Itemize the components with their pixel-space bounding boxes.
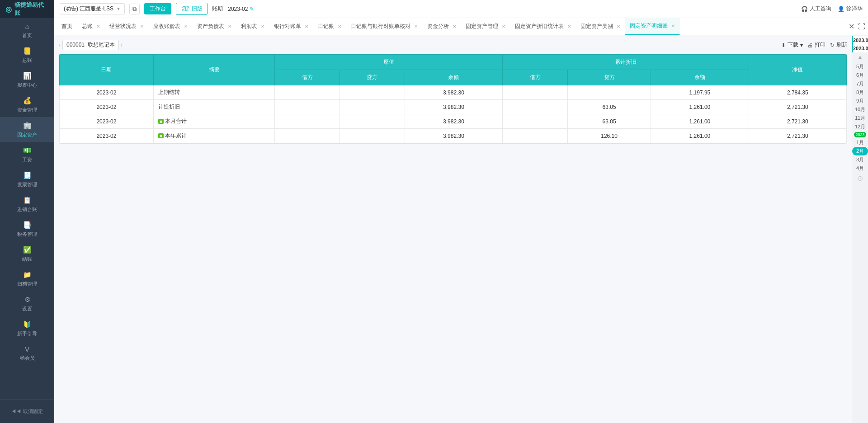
tab-depreciation-stats-close[interactable]: ✕ (567, 24, 571, 29)
cell-orig-balance: 3,982.30 (405, 100, 502, 114)
tab-business-status[interactable]: 经营状况表 ✕ (105, 18, 149, 35)
closing-icon: ✅ (23, 246, 32, 254)
tab-journal-close[interactable]: ✕ (338, 24, 341, 29)
rp-month-6[interactable]: 6月 (852, 71, 868, 80)
rp-month-4[interactable]: 4月 (852, 164, 868, 173)
sidebar-item-label: 税务管理 (17, 231, 37, 238)
close-all-icon[interactable]: ✕ (849, 22, 854, 31)
rp-month-1[interactable]: 1月 (852, 138, 868, 147)
sidebar-item-invoice[interactable]: 🧾 发票管理 (0, 167, 54, 192)
cell-accum-credit: 63.05 (567, 100, 651, 114)
sidebar-item-fixed-assets[interactable]: 🏢 固定资产 (0, 117, 54, 142)
rp-month-3[interactable]: 3月 (852, 155, 868, 164)
company-name: (劝告) 江西服呈-LSS (64, 5, 113, 13)
maximize-icon[interactable]: ⛶ (858, 23, 865, 31)
sidebar-item-archive[interactable]: 📁 归档管理 (0, 266, 54, 291)
rp-month-9[interactable]: 9月 (852, 97, 868, 105)
tab-journal[interactable]: 日记账 ✕ (313, 18, 346, 35)
rp-month-8[interactable]: 8月 (852, 88, 868, 97)
sidebar-item-label: 报表中心 (17, 82, 37, 89)
sidebar-item-guide[interactable]: 🔰 新手引导 (0, 316, 54, 341)
period-edit-icon[interactable]: ✎ (250, 6, 254, 12)
rp-month-12[interactable]: 12月 (852, 122, 868, 131)
rp-month-5[interactable]: 5月 (852, 62, 868, 71)
table-row: 2023-02 ■本月合计 3,982.30 63.05 1,261.00 2,… (60, 114, 847, 129)
cell-accum-balance: 1,261.00 (651, 100, 749, 114)
tab-fixed-mgmt[interactable]: 固定资产管理 ✕ (461, 18, 510, 35)
bc-back-icon[interactable]: ‹ (59, 42, 61, 48)
sidebar: ◎ 畅捷通易代账 ⌂ 首页 📒 总账 📊 报表中心 💰 资金管理 🏢 固定资产 … (0, 0, 54, 423)
tab-fixed-mgmt-label: 固定资产管理 (466, 23, 498, 30)
print-button[interactable]: 🖨 打印 (807, 41, 826, 49)
user-avatar[interactable]: 👤 徐泽华 (838, 5, 863, 13)
cell-date: 2023-02 (60, 100, 154, 114)
rp-month-10[interactable]: 10月 (852, 105, 868, 114)
tab-profit-close[interactable]: ✕ (261, 24, 264, 29)
tab-ar-aging[interactable]: 应收账龄表 ✕ (149, 18, 193, 35)
copy-button[interactable]: ⧉ (129, 4, 140, 14)
topbar-right: 🎧 人工咨询 👤 徐泽华 (801, 5, 863, 13)
workbench-button[interactable]: 工作台 (144, 3, 171, 14)
cell-orig-debit (275, 114, 340, 129)
tab-fixed-mgmt-close[interactable]: ✕ (502, 24, 505, 29)
fixed-asset-detail-table: 日期 摘要 原值 累计折旧 净值 借方 贷方 余额 借方 贷方 余额 (59, 54, 847, 144)
sidebar-item-ledger[interactable]: 📒 总账 (0, 42, 54, 67)
sidebar-item-home[interactable]: ⌂ 首页 (0, 18, 54, 42)
tab-ar-aging-close[interactable]: ✕ (184, 24, 188, 29)
archive-icon: 📁 (23, 271, 32, 279)
bc-forward-icon[interactable]: › (121, 42, 123, 48)
tab-depreciation-stats[interactable]: 固定资产折旧统计表 ✕ (510, 18, 576, 35)
sidebar-item-closing[interactable]: ✅ 结账 (0, 241, 54, 266)
sidebar-item-reports[interactable]: 📊 报表中心 (0, 67, 54, 92)
sidebar-item-sales[interactable]: 📋 进销台账 (0, 192, 54, 216)
tab-balance-sheet[interactable]: 资产负债表 ✕ (193, 18, 236, 35)
bc-name: 联想笔记本 (88, 42, 115, 48)
tab-fund-analysis[interactable]: 资金分析 ✕ (423, 18, 461, 35)
sidebar-item-member[interactable]: V 畅会员 (0, 341, 54, 365)
sidebar-item-settings[interactable]: ⚙ 设置 (0, 291, 54, 316)
sidebar-pin-button[interactable]: ◀◀ 取消固定 (0, 404, 54, 418)
tab-profit[interactable]: 利润表 ✕ (236, 18, 269, 35)
cell-accum-debit (503, 85, 568, 100)
tab-fixed-category[interactable]: 固定资产类别 ✕ (576, 18, 625, 35)
rp-more-dot[interactable]: ⊙ (857, 173, 863, 184)
user-service[interactable]: 🎧 人工咨询 (801, 5, 831, 13)
sidebar-item-fund[interactable]: 💰 资金管理 (0, 92, 54, 117)
rp-month-7[interactable]: 7月 (852, 80, 868, 88)
tab-bank-statement[interactable]: 银行对账单 ✕ (269, 18, 313, 35)
company-selector[interactable]: (劝告) 江西服呈-LSS ▼ (60, 3, 125, 14)
th-summary: 摘要 (153, 55, 275, 85)
th-accum-credit: 贷方 (567, 70, 651, 85)
tab-fixed-detail[interactable]: 固定资产明细账 ✕ (625, 18, 680, 35)
rp-month-11[interactable]: 11月 (852, 114, 868, 122)
rp-year-second[interactable]: 2023.02 (852, 44, 868, 52)
cell-summary: 上期结转 (153, 85, 275, 100)
tab-ledger-close[interactable]: ✕ (96, 24, 100, 29)
ledger-icon: 📒 (23, 47, 32, 55)
tab-bank-reconcile-close[interactable]: ✕ (414, 24, 418, 29)
topbar: (劝告) 江西服呈-LSS ▼ ⧉ 工作台 切到旧版 账期 2023-02 ✎ … (54, 0, 868, 18)
th-orig-balance: 余额 (405, 70, 502, 85)
cell-orig-credit (340, 114, 405, 129)
sidebar-item-label: 首页 (22, 32, 32, 39)
sidebar-item-payroll[interactable]: 💵 工资 (0, 142, 54, 167)
tab-fund-analysis-close[interactable]: ✕ (453, 24, 456, 29)
cell-accum-debit (503, 100, 568, 114)
sidebar-item-label: 资金管理 (17, 107, 37, 113)
tab-fixed-detail-close[interactable]: ✕ (671, 24, 675, 28)
rp-month-2-active[interactable]: 2月 (852, 147, 868, 155)
rp-scroll-up[interactable]: ▲ (858, 52, 863, 61)
switch-version-button[interactable]: 切到旧版 (176, 3, 208, 15)
sidebar-item-tax[interactable]: 📑 税务管理 (0, 216, 54, 241)
refresh-button[interactable]: ↻ 刷新 (830, 41, 847, 49)
tab-home[interactable]: 首页 (57, 18, 77, 35)
tab-balance-sheet-close[interactable]: ✕ (228, 24, 231, 29)
cell-accum-balance: 1,197.95 (651, 85, 749, 100)
tab-business-status-close[interactable]: ✕ (140, 24, 144, 29)
tab-ledger[interactable]: 总账 ✕ (77, 18, 105, 35)
tab-bank-statement-close[interactable]: ✕ (305, 24, 308, 29)
download-button[interactable]: ⬇ 下载 ▾ (781, 41, 803, 49)
tab-bank-reconcile[interactable]: 日记账与银行对账单核对 ✕ (346, 18, 423, 35)
tab-fixed-category-close[interactable]: ✕ (617, 24, 620, 29)
rp-year-top[interactable]: 2023.02 (852, 36, 868, 44)
